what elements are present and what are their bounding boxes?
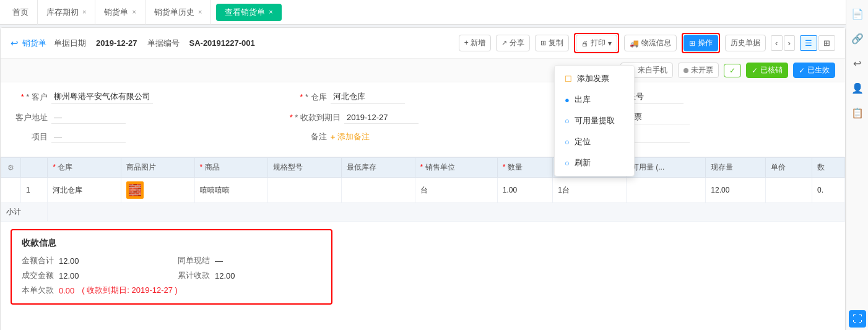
total-amount-value: 12.00	[59, 256, 79, 266]
confirm-btn[interactable]: ✓	[724, 64, 741, 77]
address-value[interactable]: —	[51, 111, 126, 124]
form-row-2: 客户地址 — * 收款到期日 2019-12-27 * 票据类型 不开票	[11, 110, 835, 124]
copy-button[interactable]: ⊞ 复制	[535, 35, 569, 51]
doc-header-right: + 新增 ↗ 分享 ⊞ 复制 🖨 打印 ▾	[459, 33, 835, 53]
available-qty-label: 可用量提取	[575, 115, 615, 126]
close-sales-order[interactable]: ×	[132, 9, 136, 15]
doc-title-text: 销货单	[22, 38, 46, 49]
address-label: 客户地址	[11, 112, 48, 123]
add-note-btn[interactable]: 添加备注	[331, 131, 370, 142]
total-amount-label: 金额合计	[22, 255, 54, 266]
refresh-icon: ○	[565, 158, 570, 168]
same-order-label: 同单现结	[178, 255, 210, 266]
nav-prev[interactable]: ‹	[771, 35, 782, 51]
ops-dropdown: ☐ 添加发票 ● 出库 ○ 可用量提取 ○ 定位 ○ 刷新	[554, 65, 635, 176]
same-order-value: —	[215, 256, 223, 266]
outbound-icon: ●	[565, 95, 570, 105]
col-gear: ⚙	[1, 158, 21, 178]
note-label: 备注	[290, 131, 327, 142]
row-amount: 0.	[812, 178, 844, 203]
col-stock: 现存量	[706, 158, 766, 178]
share-button[interactable]: ↗ 分享	[496, 35, 530, 51]
row-spec	[268, 178, 342, 203]
gear-icon[interactable]: ⚙	[7, 163, 14, 172]
date-label: 单据日期	[54, 38, 86, 49]
row-available	[626, 178, 705, 203]
customer-value[interactable]: 柳州粤港平安气体有限公司	[51, 90, 153, 104]
tab-bar: 首页 库存期初 × 销货单 × 销货单历史 × 查看销货单 × ×	[0, 0, 868, 25]
not-open-btn[interactable]: 未开票	[678, 63, 719, 78]
sidebar-icon-expand[interactable]: ⛶	[849, 310, 866, 328]
ops-button[interactable]: ⊞ 操作	[684, 35, 718, 51]
row-seq: 1	[21, 178, 48, 203]
col-product-img: 商品图片	[121, 158, 194, 178]
history-button[interactable]: 历史单据	[725, 35, 766, 51]
logistics-button[interactable]: 🚚 物流信息	[624, 35, 677, 51]
cancelled-btn[interactable]: ✓ 已核销	[746, 63, 788, 78]
sidebar-icon-return[interactable]: ↩	[849, 54, 866, 72]
date-value: 2019-12-27	[96, 38, 137, 48]
close-sales-history[interactable]: ×	[198, 9, 202, 15]
sidebar-icon-user[interactable]: 👤	[849, 79, 866, 97]
form-section: * 客户 柳州粤港平安气体有限公司 * 仓库 河北仓库 业务员 演示账号 客户地…	[1, 82, 845, 157]
same-order-row: 同单现结 —	[178, 255, 321, 266]
locate-icon: ○	[565, 137, 570, 147]
product-thumbnail: 🧱	[126, 181, 144, 199]
table-header-row: ⚙ * 仓库 商品图片 * 商品 规格型号 最低库存 * 销售单位 * 数量 包…	[1, 158, 845, 178]
sidebar-icon-copy2[interactable]: 📋	[849, 104, 866, 121]
tab-home[interactable]: 首页	[6, 0, 38, 25]
col-spec: 规格型号	[268, 158, 342, 178]
ops-highlight-box: ⊞ 操作	[682, 33, 720, 53]
new-button[interactable]: + 新增	[459, 35, 491, 51]
warehouse-label: * 仓库	[290, 92, 327, 103]
nav-next[interactable]: ›	[784, 35, 795, 51]
warehouse-field: * 仓库 河北仓库	[290, 90, 557, 104]
tab-sales-order[interactable]: 销货单 ×	[95, 0, 145, 25]
outstanding-row: 本单欠款 0.00 ( 收款到期日: 2019-12-27 )	[22, 285, 321, 296]
tab-sales-history[interactable]: 销货单历史 ×	[145, 0, 211, 25]
tab-view-sales[interactable]: 查看销货单 ×	[216, 4, 281, 21]
dropdown-add-invoice[interactable]: ☐ 添加发票	[555, 68, 634, 89]
add-invoice-label: 添加发票	[577, 73, 609, 84]
dropdown-refresh[interactable]: ○ 刷新	[555, 152, 634, 173]
sidebar-icon-doc[interactable]: 📄	[849, 5, 866, 22]
project-field: 项目 —	[11, 131, 277, 143]
project-label: 项目	[11, 131, 48, 142]
close-inventory-init[interactable]: ×	[82, 9, 86, 15]
view-list[interactable]: ☰	[800, 35, 817, 51]
print-dropdown-arrow: ▾	[608, 39, 612, 48]
dropdown-outbound[interactable]: ● 出库	[555, 89, 634, 110]
copy-icon: ⊞	[540, 39, 546, 47]
col-min-stock: 最低库存	[341, 158, 415, 178]
check-icon: ✓	[729, 66, 736, 75]
col-available: 可用量 (...	[626, 158, 705, 178]
effective-btn[interactable]: ✓ 已生效	[793, 63, 835, 78]
tab-inventory-init[interactable]: 库存期初 ×	[38, 0, 95, 25]
payment-date-value[interactable]: 2019-12-27	[344, 111, 419, 124]
transaction-row: 成交金额 12.00	[22, 270, 165, 281]
subtotal-values	[48, 203, 845, 222]
col-amount: 数	[812, 158, 844, 178]
doc-meta: 单据日期 2019-12-27 单据编号 SA-20191227-001	[54, 38, 255, 49]
view-grid[interactable]: ⊞	[818, 35, 835, 51]
print-icon: 🖨	[581, 40, 588, 47]
sidebar-icon-link[interactable]: 🔗	[849, 30, 866, 47]
project-value[interactable]: —	[51, 131, 126, 143]
dropdown-available-qty[interactable]: ○ 可用量提取	[555, 110, 634, 131]
table-container: ⚙ * 仓库 商品图片 * 商品 规格型号 最低库存 * 销售单位 * 数量 包…	[1, 157, 845, 222]
number-value: SA-20191227-001	[189, 38, 255, 48]
print-button[interactable]: 🖨 打印 ▾	[576, 35, 617, 51]
outstanding-value: 0.00	[59, 286, 74, 295]
doc-header-left: ↩ 销货单 单据日期 2019-12-27 单据编号 SA-20191227-0…	[11, 38, 255, 49]
available-qty-icon: ○	[565, 116, 570, 126]
row-product[interactable]: 嘻嘻嘻嘻	[194, 178, 268, 203]
row-unit-price	[766, 178, 812, 203]
dropdown-locate[interactable]: ○ 定位	[555, 131, 634, 152]
col-product: * 商品	[194, 158, 268, 178]
outbound-label: 出库	[575, 94, 591, 105]
row-gear[interactable]	[1, 178, 21, 203]
row-warehouse: 河北仓库	[48, 178, 121, 203]
outstanding-note: ( 收款到期日: 2019-12-27 )	[82, 285, 178, 296]
warehouse-value[interactable]: 河北仓库	[331, 90, 405, 104]
close-view-sales[interactable]: ×	[269, 9, 272, 15]
